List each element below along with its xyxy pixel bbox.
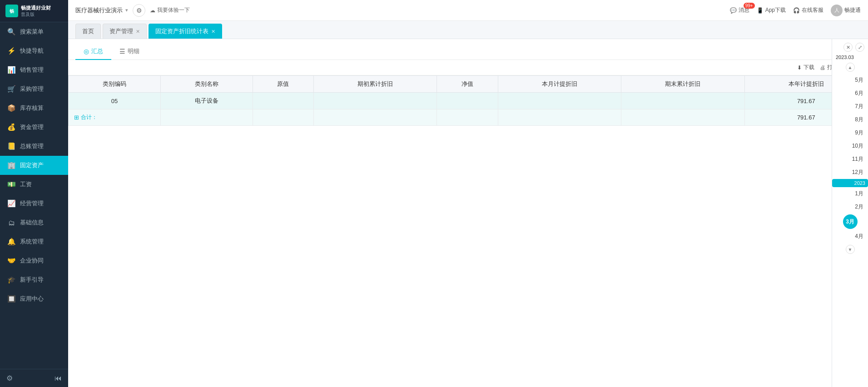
date-month[interactable]: 11月	[832, 153, 868, 166]
table-cell	[621, 93, 744, 109]
menu-icon: 📈	[7, 199, 15, 208]
experience-label: 我要体验一下	[157, 6, 190, 14]
sidebar-item-payroll[interactable]: 💵工资	[0, 175, 68, 194]
message-button[interactable]: 💬 消息 99+	[730, 6, 749, 14]
menu-label: 资金管理	[20, 123, 44, 131]
tabs-bar: 首页资产管理✕固定资产折旧统计表✕	[68, 21, 868, 39]
sidebar-item-inventory[interactable]: 📦库存核算	[0, 99, 68, 118]
close-panel-button[interactable]: ✕	[843, 43, 853, 52]
table-cell: 电子设备	[160, 93, 253, 109]
date-month[interactable]: 7月	[832, 100, 868, 113]
date-month[interactable]: 4月	[832, 230, 868, 243]
topbar: 医疗器械行业演示 ▾ ⚙ ☁ 我要体验一下 💬 消息 99+ 📱 App下载 🎧…	[68, 0, 868, 21]
main-area: 医疗器械行业演示 ▾ ⚙ ☁ 我要体验一下 💬 消息 99+ 📱 App下载 🎧…	[68, 0, 868, 387]
date-month[interactable]: 3月	[843, 214, 858, 229]
sub-tab-detail[interactable]: ☰明细	[111, 44, 148, 60]
download-button[interactable]: ⬇ 下载	[797, 64, 814, 71]
table-cell	[253, 93, 313, 109]
col-header: 类别名称	[160, 76, 253, 93]
depreciation-table: 类别编码类别名称原值期初累计折旧净值本月计提折旧期末累计折旧本年计提折旧 05电…	[68, 75, 868, 126]
logo-icon: 畅	[5, 5, 18, 17]
print-icon: 🖨	[820, 64, 825, 71]
down-arrow-icon[interactable]: ▼	[846, 245, 855, 254]
tab-close-icon[interactable]: ✕	[136, 29, 140, 35]
date-month[interactable]: 8月	[832, 113, 868, 126]
logo-text: 畅捷通好业财	[21, 5, 51, 11]
sidebar-item-ops[interactable]: 📈经营管理	[0, 194, 68, 213]
total-label: ⊞合计：	[74, 114, 155, 121]
sidebar-item-purchase[interactable]: 🛒采购管理	[0, 79, 68, 99]
service-label: 在线客服	[802, 6, 823, 14]
sidebar-item-system[interactable]: 🔔系统管理	[0, 232, 68, 251]
service-button[interactable]: 🎧 在线客服	[793, 6, 823, 14]
sidebar-item-search[interactable]: 🔍搜索菜单	[0, 22, 68, 41]
sidebar-item-sales[interactable]: 📊销售管理	[0, 60, 68, 79]
date-panel: ✕ ⤢ 2023.03 ▲ 5月6月7月8月9月10月11月12月 2023 1…	[832, 39, 868, 387]
menu-icon: 📦	[7, 104, 15, 112]
sidebar-item-quicknav[interactable]: ⚡快捷导航	[0, 41, 68, 60]
table-row: 05电子设备791.67	[69, 93, 868, 109]
topbar-settings-button[interactable]: ⚙	[133, 4, 145, 17]
sidebar-nav: 🔍搜索菜单⚡快捷导航📊销售管理🛒采购管理📦库存核算💰资金管理📒总账管理🏢固定资产…	[0, 22, 68, 369]
company-selector[interactable]: 医疗器械行业演示 ▾	[75, 6, 128, 15]
sidebar-item-guide[interactable]: 🎓新手引导	[0, 270, 68, 289]
sidebar-item-fixed[interactable]: 🏢固定资产	[0, 156, 68, 175]
menu-icon: 🎓	[7, 276, 15, 284]
menu-label: 库存核算	[20, 104, 44, 112]
menu-label: 总账管理	[20, 142, 44, 150]
sidebar-item-apps[interactable]: 🔲应用中心	[0, 289, 68, 308]
sub-tab-label: 汇总	[91, 47, 103, 55]
sub-tab-summary[interactable]: ◎汇总	[75, 44, 111, 60]
date-month[interactable]: 10月	[832, 139, 868, 153]
settings-icon[interactable]: ⚙	[6, 374, 13, 382]
date-month[interactable]: 12月	[832, 166, 868, 179]
menu-label: 采购管理	[20, 85, 44, 93]
sidebar-item-ledger[interactable]: 📒总账管理	[0, 137, 68, 156]
sidebar-item-basic[interactable]: 🗂基础信息	[0, 213, 68, 232]
collapse-icon[interactable]: ⏮	[55, 374, 62, 382]
content-area: ◎汇总☰明细 ⬇ 下载 🖨 打印 ↻ 刷新 类别编码类别名称原值期初累计折旧净值…	[68, 39, 868, 387]
menu-label: 销售管理	[20, 66, 44, 74]
menu-icon: 💵	[7, 180, 15, 189]
tab-home[interactable]: 首页	[75, 24, 101, 39]
tab-asset-mgmt[interactable]: 资产管理✕	[103, 24, 147, 39]
menu-label: 企业协同	[20, 257, 44, 265]
date-month[interactable]: 5月	[832, 74, 868, 87]
scroll-up-button[interactable]: ▲	[832, 61, 868, 74]
date-month[interactable]: 1月	[832, 187, 868, 200]
tab-depreciation[interactable]: 固定资产折旧统计表✕	[149, 24, 222, 39]
topbar-left: 医疗器械行业演示 ▾ ⚙ ☁ 我要体验一下	[75, 4, 190, 17]
year-badge[interactable]: 2023	[832, 179, 868, 187]
col-header: 期初累计折旧	[314, 76, 437, 93]
total-cell	[437, 109, 498, 126]
scroll-down-button[interactable]: ▼	[832, 243, 868, 256]
sidebar-item-collab[interactable]: 🤝企业协同	[0, 251, 68, 270]
date-items: ▲ 5月6月7月8月9月10月11月12月 2023 1月2月3月4月 ▼	[832, 61, 868, 387]
chevron-down-icon: ▾	[125, 7, 128, 13]
download-button[interactable]: 📱 App下载	[757, 6, 786, 14]
up-arrow-icon[interactable]: ▲	[846, 63, 855, 72]
sidebar-item-finance[interactable]: 💰资金管理	[0, 118, 68, 137]
menu-icon: 🏢	[7, 161, 15, 169]
menu-label: 快捷导航	[20, 47, 44, 55]
total-icon: ⊞	[74, 114, 79, 121]
total-cell	[498, 109, 621, 126]
expand-panel-button[interactable]: ⤢	[855, 43, 864, 52]
user-name: 畅捷通	[844, 6, 861, 14]
tab-label: 资产管理	[109, 27, 133, 35]
date-month[interactable]: 2月	[832, 200, 868, 213]
table-cell: 05	[69, 93, 161, 109]
sub-tab-label: 明细	[128, 47, 139, 55]
total-cell	[621, 109, 744, 126]
menu-icon: 🛒	[7, 85, 15, 93]
user-area[interactable]: 人 畅捷通	[831, 5, 861, 16]
menu-icon: 🤝	[7, 257, 15, 265]
total-cell	[160, 109, 253, 126]
date-month[interactable]: 9月	[832, 126, 868, 139]
col-header: 期末累计折旧	[621, 76, 744, 93]
experience-button[interactable]: ☁ 我要体验一下	[150, 6, 190, 14]
date-month[interactable]: 6月	[832, 87, 868, 100]
total-cell	[314, 109, 437, 126]
tab-close-icon[interactable]: ✕	[211, 29, 215, 35]
menu-label: 系统管理	[20, 238, 44, 246]
